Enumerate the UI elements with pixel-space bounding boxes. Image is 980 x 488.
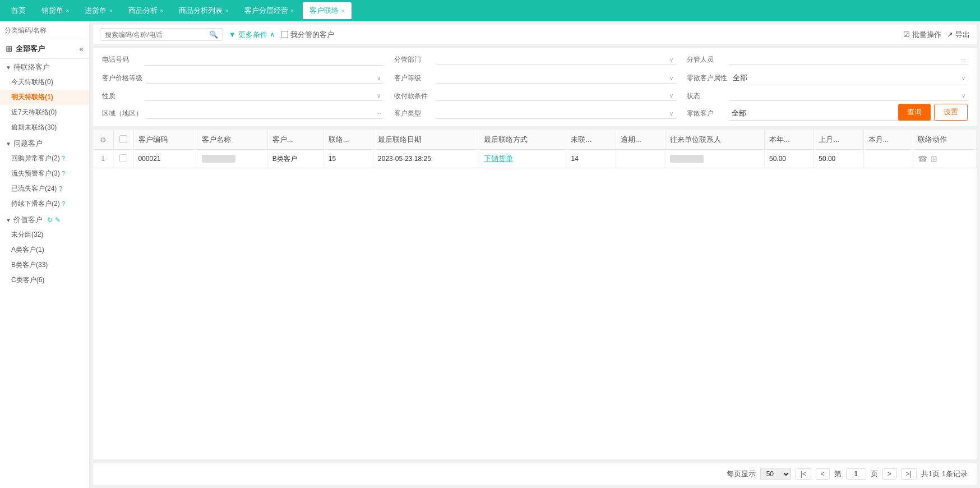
sidebar-search-bar: 🔍 xyxy=(0,21,89,39)
nav-tab-1-close[interactable]: × xyxy=(109,7,112,14)
filter-more-btn[interactable]: ▼ 更多条件 ∧ xyxy=(229,30,275,40)
sidebar-item-today[interactable]: 今天待联络(0) xyxy=(0,75,89,90)
filter-ctype-label: 客户类型 xyxy=(394,109,433,118)
sidebar-item-overdue[interactable]: 逾期未联络(30) xyxy=(0,120,89,135)
batch-op-btn[interactable]: ☑ 批量操作 xyxy=(903,30,941,40)
my-customer-check[interactable]: 我分管的客户 xyxy=(281,30,334,40)
payment-down-arrow: ∨ xyxy=(669,93,673,99)
main-search-icon[interactable]: 🔍 xyxy=(209,30,218,39)
filter-area: 区域（地区） ··· xyxy=(102,107,383,121)
last-method-link[interactable]: 下销货单 xyxy=(484,154,513,163)
sidebar-item-class-b[interactable]: B类客户(33) xyxy=(0,257,89,273)
th-settings[interactable]: ⚙ xyxy=(93,130,113,150)
nav-tab-4-close[interactable]: × xyxy=(290,7,294,14)
filter-gender-select[interactable]: ∨ xyxy=(145,91,383,101)
td-this-year: 50.00 xyxy=(765,150,814,168)
nav-tab-2[interactable]: 商品分析 × xyxy=(122,2,170,19)
sidebar-item-7days[interactable]: 近7天待联络(0) xyxy=(0,105,89,120)
main-search-input[interactable] xyxy=(105,31,206,39)
sidebar-item-class-a[interactable]: A类客户(1) xyxy=(0,242,89,257)
nav-tab-0[interactable]: 销货单 × xyxy=(35,2,76,19)
prev-page-btn[interactable]: < xyxy=(816,468,830,480)
th-action: 联络动作 xyxy=(913,130,976,150)
value-refresh-icon[interactable]: ↻ xyxy=(47,216,53,224)
filter-payment-select[interactable]: ∨ xyxy=(437,91,675,101)
nav-tab-4[interactable]: 客户分层经营 × xyxy=(238,2,301,19)
sidebar-item-declining[interactable]: 持续下滑客户(2) ? xyxy=(0,196,89,211)
export-btn[interactable]: ↗ 导出 xyxy=(947,30,970,40)
sidebar-item-abnormal[interactable]: 回购异常客户(2) ? xyxy=(0,151,89,166)
filter-level-label: 客户等级 xyxy=(394,73,433,83)
sidebar-search-input[interactable] xyxy=(4,26,89,34)
select-all-checkbox[interactable] xyxy=(119,135,127,143)
retail-attr-down-arrow: ∨ xyxy=(961,75,965,81)
filter-actions: 查询 设置 xyxy=(898,104,968,121)
filter-ctype-select[interactable]: ∨ xyxy=(437,109,675,119)
query-btn[interactable]: 查询 xyxy=(898,104,931,121)
main-layout: 🔍 ⊞ 全部客户 « ▼ 待联络客户 今天待联络(0) 明天待联络(1) 近7天… xyxy=(0,21,980,488)
th-company-contact: 往来单位联系人 xyxy=(665,130,764,150)
filter-level-select[interactable]: ∨ xyxy=(437,73,675,84)
next-page-btn[interactable]: > xyxy=(882,468,896,480)
level-down-arrow: ∨ xyxy=(669,75,673,81)
th-not-contacted: 未联... xyxy=(566,130,616,150)
filter-dept: 分管部门 ∨ xyxy=(394,54,675,66)
td-overdue xyxy=(616,150,665,168)
value-edit-icon[interactable]: ✎ xyxy=(55,216,61,224)
td-not-contacted: 14 xyxy=(566,150,616,168)
th-last-date: 最后联络日期 xyxy=(373,130,479,150)
first-page-btn[interactable]: |< xyxy=(796,468,811,480)
nav-tab-2-close[interactable]: × xyxy=(160,7,163,14)
filter-area-select[interactable]: ··· xyxy=(146,109,383,119)
filter-status-label: 状态 xyxy=(687,91,726,101)
sidebar-item-class-c[interactable]: C类客户(6) xyxy=(0,273,89,288)
filter-payment: 收付款条件 ∨ xyxy=(394,91,675,101)
th-code: 客户编码 xyxy=(133,130,197,150)
td-last-method: 下销货单 xyxy=(479,150,566,168)
sidebar-all-customers[interactable]: ⊞ 全部客户 « xyxy=(0,39,89,59)
sidebar-item-tomorrow[interactable]: 明天待联络(1) xyxy=(0,90,89,105)
row-checkbox[interactable] xyxy=(119,154,127,162)
filter-price-label: 客户价格等级 xyxy=(102,73,142,83)
filter-chevron: ∧ xyxy=(270,30,275,39)
nav-tab-1[interactable]: 进货单 × xyxy=(78,2,119,19)
collapse-icon[interactable]: « xyxy=(79,44,84,53)
td-name xyxy=(197,150,267,168)
th-last-method: 最后联络方式 xyxy=(479,130,566,150)
td-actions: ☎ ⊞ xyxy=(913,150,976,168)
filter-manager-select[interactable]: ··· xyxy=(729,55,968,65)
sidebar-item-ungrouped[interactable]: 未分组(32) xyxy=(0,227,89,242)
sidebar-item-lost[interactable]: 已流失客户(24) ? xyxy=(0,181,89,196)
nav-tab-5[interactable]: 客户联络 × xyxy=(303,2,351,19)
filter-dept-select[interactable]: ∨ xyxy=(437,55,675,65)
nav-tab-0-close[interactable]: × xyxy=(66,7,69,14)
nav-tab-5-close[interactable]: × xyxy=(341,7,344,14)
filter-manager-label: 分管人员 xyxy=(687,55,726,65)
price-down-arrow: ∨ xyxy=(377,75,381,81)
setting-btn[interactable]: 设置 xyxy=(934,104,968,121)
main-search-wrap: 🔍 xyxy=(100,28,223,41)
more-icon[interactable]: ⊞ xyxy=(931,154,937,163)
filter-price-select[interactable]: ∨ xyxy=(146,73,383,84)
my-customer-checkbox[interactable] xyxy=(281,31,288,38)
sidebar-section-problem: ▼ 问题客户 xyxy=(0,135,89,151)
dept-down-arrow: ∨ xyxy=(669,57,673,63)
th-this-month: 本月... xyxy=(863,130,913,150)
settings-icon[interactable]: ⚙ xyxy=(100,136,107,144)
page-input[interactable] xyxy=(846,468,866,480)
status-down-arrow: ∨ xyxy=(961,93,965,99)
td-type: B类客户 xyxy=(267,150,323,168)
th-this-year: 本年... xyxy=(765,130,814,150)
filter-phone-input[interactable] xyxy=(145,54,383,66)
nav-home[interactable]: 首页 xyxy=(4,2,33,19)
last-page-btn[interactable]: >| xyxy=(901,468,917,480)
filter-status-select[interactable]: ∨ xyxy=(729,91,968,101)
sidebar-item-warning[interactable]: 流失预警客户(3) ? xyxy=(0,166,89,181)
nav-tab-3[interactable]: 商品分析列表 × xyxy=(172,2,235,19)
filter-phone-label: 电话号码 xyxy=(102,55,141,65)
per-page-select[interactable]: 50 100 200 xyxy=(760,468,791,480)
filter-retail-attr-select[interactable]: 全部 ∨ xyxy=(731,71,968,85)
ctype-down-arrow: ∨ xyxy=(669,111,673,117)
nav-tab-3-close[interactable]: × xyxy=(225,7,228,14)
call-icon[interactable]: ☎ xyxy=(918,154,927,163)
